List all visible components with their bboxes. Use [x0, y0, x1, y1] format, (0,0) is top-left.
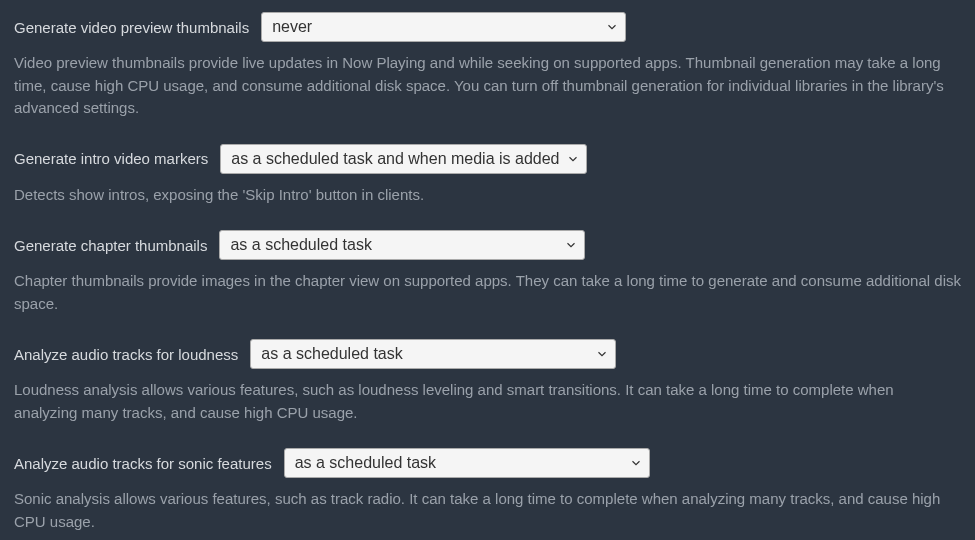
- chapter-thumbnails-select[interactable]: as a scheduled task: [219, 230, 585, 260]
- setting-row-sonic: Analyze audio tracks for sonic features …: [14, 448, 961, 478]
- setting-label: Analyze audio tracks for loudness: [14, 346, 238, 363]
- setting-row-loudness: Analyze audio tracks for loudness as a s…: [14, 339, 961, 369]
- setting-label: Generate video preview thumbnails: [14, 19, 249, 36]
- setting-row-chapter-thumbnails: Generate chapter thumbnails as a schedul…: [14, 230, 961, 260]
- intro-markers-select[interactable]: as a scheduled task and when media is ad…: [220, 144, 587, 174]
- video-thumbnails-select[interactable]: never: [261, 12, 626, 42]
- setting-label: Generate chapter thumbnails: [14, 237, 207, 254]
- sonic-select[interactable]: as a scheduled task: [284, 448, 650, 478]
- setting-label: Generate intro video markers: [14, 150, 208, 167]
- setting-label: Analyze audio tracks for sonic features: [14, 455, 272, 472]
- setting-row-video-thumbnails: Generate video preview thumbnails never: [14, 12, 961, 42]
- setting-description: Chapter thumbnails provide images in the…: [14, 270, 961, 315]
- loudness-select[interactable]: as a scheduled task: [250, 339, 616, 369]
- setting-row-intro-markers: Generate intro video markers as a schedu…: [14, 144, 961, 174]
- setting-description: Loudness analysis allows various feature…: [14, 379, 961, 424]
- setting-description: Sonic analysis allows various features, …: [14, 488, 961, 533]
- setting-description: Video preview thumbnails provide live up…: [14, 52, 961, 120]
- setting-description: Detects show intros, exposing the 'Skip …: [14, 184, 961, 207]
